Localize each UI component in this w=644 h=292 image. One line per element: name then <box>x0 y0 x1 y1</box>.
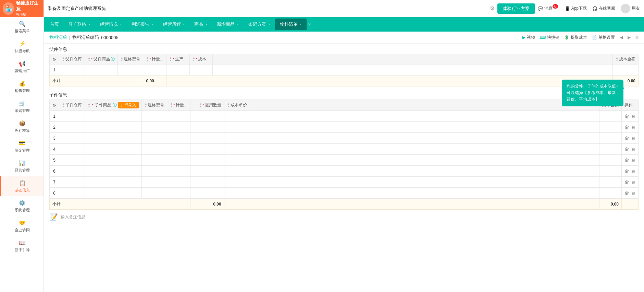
tab-new-product[interactable]: 新增商品 × <box>212 19 244 30</box>
child-product-cell[interactable] <box>85 133 141 144</box>
child-unit-cell[interactable] <box>167 155 190 166</box>
sidebar-item-marketing[interactable]: 📢 营销推广 <box>0 57 44 77</box>
tab-customer[interactable]: 客户联络 × <box>64 19 95 30</box>
video-button[interactable]: ▶ 视频 <box>522 35 535 40</box>
online-service-button[interactable]: 🎧 在线客服 <box>592 5 615 11</box>
child-spec-cell[interactable] <box>141 188 167 199</box>
child-qty-cell[interactable] <box>196 166 224 177</box>
copy-icon[interactable]: ⊕ <box>631 147 635 152</box>
nav-next-icon[interactable]: ▶ <box>628 35 631 40</box>
child-warehouse-cell[interactable] <box>59 177 85 188</box>
copy-icon[interactable]: ⊕ <box>631 114 635 119</box>
delete-icon[interactable]: 🗑 <box>624 179 629 185</box>
child-product-cell[interactable] <box>85 188 141 199</box>
child-qty-cell[interactable] <box>196 122 224 133</box>
parent-product-cell[interactable] <box>85 65 117 75</box>
child-spec-cell[interactable] <box>141 122 167 133</box>
parent-warehouse-cell[interactable] <box>59 65 85 75</box>
breadcrumb-parent[interactable]: 物料清单 <box>49 34 67 40</box>
child-warehouse-cell[interactable] <box>59 166 85 177</box>
sidebar-item-quick-nav[interactable]: ⚡ 快捷导航 <box>0 37 44 57</box>
th-child-settings[interactable]: ⚙ <box>50 100 59 111</box>
child-price-cell[interactable] <box>224 166 250 177</box>
child-warehouse-cell[interactable] <box>59 133 85 144</box>
copy-icon[interactable]: ⊕ <box>631 190 635 196</box>
app-download-button[interactable]: 📱 App下载 <box>565 5 587 11</box>
child-spec-cell[interactable] <box>141 166 167 177</box>
child-unit-cell[interactable] <box>167 122 190 133</box>
delete-icon[interactable]: 🗑 <box>624 147 629 152</box>
child-product-cell[interactable] <box>85 144 141 155</box>
tab-close-icon[interactable]: × <box>268 23 270 26</box>
tab-bom[interactable]: 物料清单 × <box>275 19 307 30</box>
sidebar-item-finance[interactable]: 💳 资金管理 <box>0 137 44 156</box>
child-unit-cell[interactable] <box>167 177 190 188</box>
sidebar-item-guide[interactable]: 📖 新手引导 <box>0 236 44 256</box>
copy-icon[interactable]: ⊕ <box>631 179 635 185</box>
sidebar-item-purchase[interactable]: 🛒 采购管理 <box>0 97 44 117</box>
child-spec-cell[interactable] <box>141 133 167 144</box>
child-price-cell[interactable] <box>224 133 250 144</box>
topbar-settings-icon[interactable]: ⚙ <box>490 5 495 12</box>
parent-cost-cell[interactable] <box>189 65 213 75</box>
parent-spec-cell[interactable] <box>117 65 143 75</box>
child-warehouse-cell[interactable] <box>59 111 85 122</box>
tab-close-icon[interactable]: × <box>88 23 90 26</box>
scan-button[interactable]: 扫码录入 <box>118 102 139 108</box>
parent-unit-cell[interactable] <box>143 65 166 75</box>
tab-close-icon[interactable]: × <box>183 23 185 26</box>
child-spec-cell[interactable] <box>141 144 167 155</box>
child-spec-cell[interactable] <box>141 177 167 188</box>
child-unit-cell[interactable] <box>167 166 190 177</box>
tooltip-close-button[interactable]: × <box>616 83 619 90</box>
sidebar-item-operations[interactable]: 📊 经营管理 <box>0 156 44 176</box>
copy-icon[interactable]: ⊕ <box>631 125 635 130</box>
child-qty-cell[interactable] <box>196 188 224 199</box>
copy-icon[interactable]: ⊕ <box>631 157 635 163</box>
copy-icon[interactable]: ⊕ <box>631 168 635 174</box>
th-parent-settings[interactable]: ⚙ <box>50 54 59 65</box>
child-product-cell[interactable] <box>85 111 141 122</box>
sidebar-item-inventory[interactable]: 📦 库存核算 <box>0 117 44 137</box>
tab-close-icon[interactable]: × <box>151 23 153 26</box>
child-unit-cell[interactable] <box>167 111 190 122</box>
child-price-cell[interactable] <box>224 177 250 188</box>
child-spec-cell[interactable] <box>141 155 167 166</box>
copy-icon[interactable]: ⊕ <box>631 136 635 141</box>
delete-icon[interactable]: 🗑 <box>624 190 629 196</box>
child-unit-cell[interactable] <box>167 144 190 155</box>
child-warehouse-cell[interactable] <box>59 122 85 133</box>
tab-barcode[interactable]: 条码方案 × <box>244 19 275 30</box>
nav-prev-icon[interactable]: ◀ <box>620 35 623 40</box>
child-qty-cell[interactable] <box>196 111 224 122</box>
tab-close-icon[interactable]: × <box>237 23 239 26</box>
child-qty-cell[interactable] <box>196 133 224 144</box>
child-qty-cell[interactable] <box>196 155 224 166</box>
tab-close-icon[interactable]: × <box>300 23 302 26</box>
child-price-cell[interactable] <box>224 155 250 166</box>
close-all-tabs-button[interactable]: × <box>308 21 311 27</box>
delete-icon[interactable]: 🗑 <box>624 136 629 141</box>
menu-icon[interactable]: ≡ <box>635 34 639 40</box>
delete-icon[interactable]: 🗑 <box>624 168 629 174</box>
child-product-cell[interactable] <box>85 177 141 188</box>
child-price-cell[interactable] <box>224 144 250 155</box>
child-warehouse-cell[interactable] <box>59 188 85 199</box>
sidebar-item-sales[interactable]: 💰 销售管理 <box>0 77 44 97</box>
tab-close-icon[interactable]: × <box>205 23 207 26</box>
tab-operations[interactable]: 经营情况 × <box>95 19 127 30</box>
single-settings-button[interactable]: 📄 单据设置 <box>592 35 615 40</box>
tab-home[interactable]: 首页 <box>45 19 64 30</box>
child-unit-cell[interactable] <box>167 133 190 144</box>
message-button[interactable]: 💬 消息 6 <box>538 5 559 11</box>
tab-product[interactable]: 商品 × <box>189 19 212 30</box>
extract-cost-button[interactable]: 💲 提取成本 <box>564 35 587 40</box>
parent-produce-cell[interactable] <box>166 65 190 75</box>
delete-icon[interactable]: 🗑 <box>624 125 629 130</box>
child-spec-cell[interactable] <box>141 111 167 122</box>
shortcut-button[interactable]: ⌨ 快捷键 <box>540 35 559 40</box>
child-price-cell[interactable] <box>224 188 250 199</box>
tab-close-icon[interactable]: × <box>120 23 122 26</box>
child-unit-cell[interactable] <box>167 188 190 199</box>
user-avatar[interactable]: 用友 <box>621 4 640 13</box>
